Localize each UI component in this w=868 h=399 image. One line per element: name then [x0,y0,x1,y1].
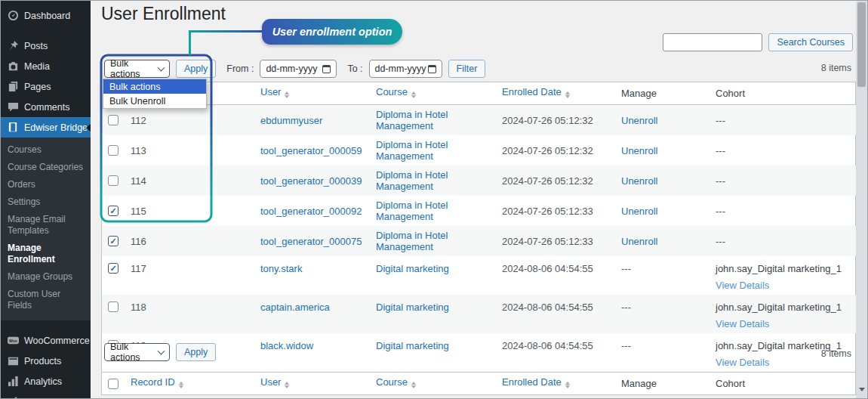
column-header-record-id[interactable]: Record ID [125,373,254,395]
apply-button[interactable]: Apply [176,60,216,78]
calendar-icon[interactable] [428,65,436,73]
cohort-name: john.say_Digital marketing_1 [716,263,842,274]
row-checkbox[interactable] [108,145,119,156]
apply-button-bottom[interactable]: Apply [176,343,216,361]
sidebar-item-analytics[interactable]: Analytics [1,371,91,391]
vertical-scrollbar[interactable] [856,1,867,398]
sidebar-item-manage-email-templates[interactable]: Manage Email Templates [1,211,79,240]
screen: Dashboard Posts Media Pages Comments Edw… [0,0,868,399]
column-header-manage: Manage [615,373,709,395]
view-details-link[interactable]: View Details [716,357,769,368]
enrolled-date-cell: 2024-08-06 04:54:55 [496,256,615,295]
row-checkbox[interactable] [108,263,119,274]
sidebar-item-settings[interactable]: Settings [1,193,91,211]
edwiser-submenu: Courses Course Categories Orders Setting… [1,138,91,320]
sidebar-item-posts[interactable]: Posts [1,36,91,56]
filter-button[interactable]: Filter [448,60,486,78]
course-link[interactable]: Diploma in Hotel Management [376,169,448,192]
column-header-user[interactable]: User [254,373,370,395]
column-header-enrolled-date[interactable]: Enrolled Date [496,373,615,395]
user-link[interactable]: tool_generator_000039 [260,175,362,187]
sidebar-item-custom-user-fields[interactable]: Custom User Fields [1,286,91,314]
sidebar-item-edwiser-bridge[interactable]: Edwiser Bridge [1,117,91,138]
table-row: 116 tool_generator_000075 Diploma in Hot… [102,226,857,256]
search-courses-input[interactable] [663,33,762,51]
unenroll-link[interactable]: Unenroll [621,236,657,247]
search-courses-button[interactable]: Search Courses [768,33,853,51]
sidebar-item-course-categories[interactable]: Course Categories [1,159,91,176]
to-date-input[interactable]: dd-mm-yyyy [369,60,442,78]
column-header-course[interactable]: Course [370,82,496,105]
sidebar-item-woocommerce[interactable]: Woo WooCommerce [1,330,91,351]
course-link[interactable]: Digital marketing [376,340,449,351]
pin-icon [8,40,19,51]
user-link[interactable]: tool_generator_000059 [260,145,362,156]
sidebar-item-label: Dashboard [24,11,70,21]
bulk-actions-select-bottom[interactable]: Bulk actions [104,343,170,361]
course-link[interactable]: Diploma in Hotel Management [376,109,448,131]
sidebar-item-media[interactable]: Media [1,56,91,76]
sidebar-item-comments[interactable]: Comments [1,97,91,117]
unenroll-link[interactable]: Unenroll [621,175,657,187]
table-row: 117 tony.stark Digital marketing 2024-08… [102,256,857,295]
enrolled-date-cell: 2024-07-26 05:12:33 [496,226,615,256]
row-checkbox[interactable] [108,236,119,246]
record-id-cell: 114 [125,165,254,196]
record-id-cell: 112 [125,105,254,136]
calendar-icon[interactable] [322,65,331,73]
sidebar-item-marketing[interactable]: Marketing [1,391,91,399]
cohort-name: john.say_Digital marketing_1 [716,302,842,313]
enrolled-date-cell: 2024-07-26 05:12:33 [496,196,615,226]
user-link[interactable]: captain.america [260,302,330,313]
cohort-cell: --- [709,196,857,226]
course-link[interactable]: Diploma in Hotel Management [376,139,448,162]
sidebar-item-dashboard[interactable]: Dashboard [1,5,91,26]
row-checkbox[interactable] [108,175,119,186]
course-link[interactable]: Digital marketing [376,302,449,313]
cohort-cell: --- [709,165,857,196]
row-checkbox[interactable] [108,115,119,125]
table-header-row: Record ID User Course Enrolled Date Mana… [102,82,857,105]
column-header-user[interactable]: User [254,82,370,105]
unenroll-link[interactable]: Unenroll [621,206,657,217]
user-link[interactable]: tool_generator_000075 [260,236,362,247]
sidebar-item-pages[interactable]: Pages [1,76,91,97]
sidebar-item-orders[interactable]: Orders [1,176,91,193]
user-link[interactable]: black.widow [260,340,313,351]
row-checkbox[interactable] [108,302,119,312]
bulk-actions-select-value: Bulk actions [110,58,159,79]
table-row: 114 tool_generator_000039 Diploma in Hot… [102,165,857,196]
column-header-course[interactable]: Course [370,373,496,395]
from-date-input[interactable]: dd-mm-yyyy [260,60,337,78]
sidebar-item-courses[interactable]: Courses [1,141,91,159]
scrollbar-thumb[interactable] [857,2,866,87]
unenroll-link[interactable]: Unenroll [621,145,657,156]
unenroll-link[interactable]: Unenroll [621,115,657,126]
course-link[interactable]: Digital marketing [376,263,449,274]
items-count-bottom: 8 items [821,348,851,359]
user-link[interactable]: ebdummyuser [260,115,322,126]
cohort-cell: --- [709,226,857,256]
table-row: 113 tool_generator_000059 Diploma in Hot… [102,135,857,165]
select-all-checkbox[interactable] [108,379,119,389]
course-link[interactable]: Diploma in Hotel Management [376,230,448,252]
sidebar-item-products[interactable]: Products [1,351,91,371]
view-details-link[interactable]: View Details [716,318,769,329]
view-details-link[interactable]: View Details [716,280,769,291]
enrolled-date-cell: 2024-07-26 05:12:32 [496,105,615,136]
comment-icon [8,101,19,113]
user-link[interactable]: tool_generator_000092 [260,206,362,217]
user-link[interactable]: tony.stark [260,263,302,274]
dropdown-option-bulk-unenroll[interactable]: Bulk Unenroll [103,94,206,108]
bulk-actions-select[interactable]: Bulk actions [104,60,170,78]
sidebar-item-manage-enrollment[interactable]: Manage Enrollment [1,240,91,268]
sidebar-item-manage-groups[interactable]: Manage Groups [1,268,91,286]
sidebar-item-label: Marketing [24,397,66,399]
course-link[interactable]: Diploma in Hotel Management [376,200,448,222]
scrollbar-down-arrow-icon[interactable] [859,388,865,394]
sidebar-item-label: Analytics [24,376,62,387]
products-icon [8,355,19,367]
dropdown-option-bulk-actions[interactable]: Bulk actions [103,79,206,94]
row-checkbox[interactable] [108,206,119,216]
column-header-enrolled-date[interactable]: Enrolled Date [496,82,615,105]
